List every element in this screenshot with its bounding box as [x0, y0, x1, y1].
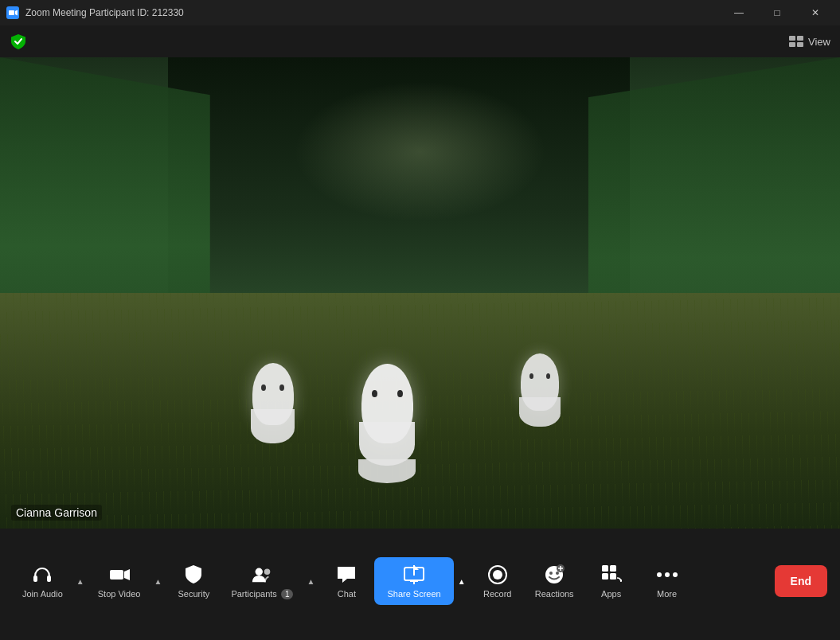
view-icon	[789, 36, 803, 47]
more-group: More	[639, 557, 695, 605]
view-label: View	[808, 36, 830, 48]
stop-video-chevron[interactable]: ▲	[150, 565, 166, 597]
participants-count: 1	[281, 589, 294, 599]
close-button[interactable]: ✕	[797, 0, 834, 25]
participants-label: Participants	[231, 589, 276, 599]
record-group: Record	[470, 557, 525, 605]
join-audio-chevron[interactable]: ▲	[72, 565, 88, 597]
light-patch	[294, 81, 546, 223]
chat-group: Chat	[318, 557, 374, 605]
video-area: Cianna Garrison	[0, 57, 840, 529]
apps-label: Apps	[601, 589, 621, 599]
chat-label: Chat	[338, 589, 356, 599]
reactions-button[interactable]: Reactions	[525, 557, 584, 605]
record-icon	[486, 564, 509, 586]
share-screen-icon	[403, 564, 425, 586]
title-bar: Zoom Meeting Participant ID: 212330 ― □ …	[0, 0, 840, 25]
record-button[interactable]: Record	[470, 557, 525, 605]
video-background: Cianna Garrison	[0, 57, 840, 529]
svg-rect-4	[797, 36, 803, 41]
participants-chevron[interactable]: ▲	[303, 565, 318, 597]
join-audio-label: Join Audio	[22, 589, 63, 599]
svg-rect-27	[602, 573, 608, 580]
stop-video-label: Stop Video	[98, 589, 141, 599]
headphones-icon	[31, 564, 53, 586]
apps-icon	[600, 564, 623, 586]
svg-rect-5	[789, 42, 795, 47]
more-button[interactable]: More	[639, 557, 695, 605]
record-label: Record	[483, 589, 511, 599]
reactions-icon	[543, 564, 565, 586]
security-shield	[10, 33, 27, 50]
zoom-app-icon	[6, 6, 19, 19]
grass-texture	[0, 293, 840, 529]
share-screen-label: Share Screen	[387, 589, 440, 599]
camera-icon	[108, 564, 131, 586]
maximize-button[interactable]: □	[759, 0, 795, 25]
svg-point-32	[665, 572, 670, 577]
svg-rect-6	[797, 42, 803, 47]
window-controls: ― □ ✕	[721, 0, 834, 25]
svg-rect-28	[610, 565, 616, 572]
top-bar: View	[0, 25, 840, 57]
ghost-center	[361, 364, 413, 443]
view-button[interactable]: View	[789, 36, 830, 48]
participants-group: Participants 1 ▲	[221, 557, 318, 606]
ghost-right	[521, 353, 559, 411]
svg-point-19	[493, 570, 502, 580]
participant-name: Cianna Garrison	[11, 505, 102, 521]
svg-rect-1	[9, 10, 14, 15]
svg-point-31	[657, 572, 662, 577]
reactions-group: Reactions	[525, 557, 584, 605]
svg-rect-29	[610, 573, 616, 580]
end-button-wrapper: End	[775, 565, 827, 597]
title-bar-left: Zoom Meeting Participant ID: 212330	[6, 6, 184, 19]
svg-point-12	[264, 568, 270, 574]
share-screen-group: Share Screen ▲	[374, 557, 469, 605]
svg-point-11	[256, 568, 263, 575]
join-audio-button[interactable]: Join Audio	[13, 557, 72, 605]
stop-video-group: Stop Video ▲	[88, 557, 166, 605]
chat-button[interactable]: Chat	[318, 557, 374, 605]
svg-point-33	[673, 572, 678, 577]
chat-icon	[335, 564, 357, 586]
security-button[interactable]: Security	[166, 557, 221, 605]
minimize-button[interactable]: ―	[721, 0, 757, 25]
apps-button[interactable]: Apps	[584, 557, 639, 605]
more-icon	[656, 564, 678, 586]
stop-video-button[interactable]: Stop Video	[88, 557, 150, 605]
svg-rect-3	[789, 36, 795, 41]
security-group: Security	[166, 557, 221, 605]
svg-rect-26	[602, 565, 608, 572]
share-screen-chevron[interactable]: ▲	[454, 565, 470, 597]
svg-point-22	[556, 572, 559, 575]
toolbar: Join Audio ▲ Stop Video ▲ Security	[0, 529, 840, 634]
svg-rect-9	[110, 570, 123, 580]
svg-rect-8	[47, 576, 51, 582]
participants-button[interactable]: Participants 1	[221, 557, 303, 606]
participants-icon	[251, 564, 273, 586]
svg-marker-10	[124, 569, 130, 580]
share-screen-button[interactable]: Share Screen	[374, 557, 453, 605]
security-icon	[182, 564, 205, 586]
join-audio-group: Join Audio ▲	[13, 557, 88, 605]
reactions-label: Reactions	[535, 589, 574, 599]
window-title: Zoom Meeting Participant ID: 212330	[25, 7, 184, 18]
ghost-left	[252, 363, 294, 425]
apps-group: Apps	[584, 557, 639, 605]
svg-point-21	[549, 572, 553, 575]
more-label: More	[657, 589, 677, 599]
security-label: Security	[178, 589, 210, 599]
svg-rect-7	[33, 576, 37, 582]
shield-icon	[10, 33, 27, 50]
end-button[interactable]: End	[775, 565, 827, 597]
